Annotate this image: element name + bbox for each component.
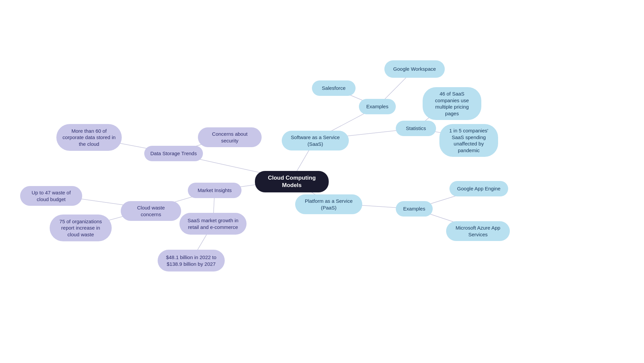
node-azure[interactable]: Microsoft Azure App Services: [446, 221, 510, 241]
node-market_insights[interactable]: Market Insights: [188, 183, 241, 198]
node-cloud_waste[interactable]: Cloud waste concerns: [121, 201, 181, 221]
node-cloud_budget[interactable]: Up to 47 waste of cloud budget: [20, 186, 82, 206]
node-salesforce[interactable]: Salesforce: [312, 80, 356, 96]
node-saas_stat2[interactable]: 1 in 5 companies' SaaS spending unaffect…: [439, 124, 498, 157]
node-examples_saas[interactable]: Examples: [359, 99, 396, 114]
node-org_cloud_waste[interactable]: 75 of organizations report increase in c…: [50, 215, 112, 241]
node-statistics[interactable]: Statistics: [396, 121, 436, 136]
node-saas[interactable]: Software as a Service (SaaS): [282, 131, 349, 150]
node-saas_stat1[interactable]: 46 of SaaS companies use multiple pricin…: [423, 87, 481, 120]
node-paas[interactable]: Platform as a Service (PaaS): [295, 194, 362, 214]
node-saas_market_growth[interactable]: SaaS market growth in retail and e-comme…: [179, 213, 247, 235]
node-google_workspace[interactable]: Google Workspace: [384, 60, 445, 78]
node-google_app_engine[interactable]: Google App Engine: [449, 181, 508, 196]
mindmap-container: Cloud Computing ModelsSoftware as a Serv…: [0, 0, 644, 363]
node-corporate_data[interactable]: More than 60 of corporate data stored in…: [56, 124, 122, 151]
node-examples_paas[interactable]: Examples: [396, 201, 433, 217]
node-security_concerns[interactable]: Concerns about security: [198, 127, 262, 147]
node-market_value[interactable]: $48.1 billion in 2022 to $138.9 billion …: [158, 250, 225, 271]
node-center[interactable]: Cloud Computing Models: [255, 171, 329, 192]
node-data_storage[interactable]: Data Storage Trends: [144, 146, 203, 161]
